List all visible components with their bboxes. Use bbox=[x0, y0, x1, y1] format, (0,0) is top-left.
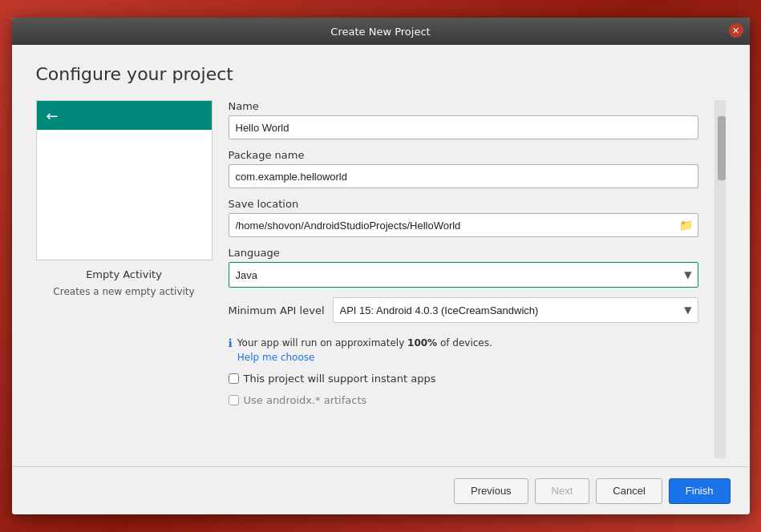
instant-apps-checkbox[interactable] bbox=[229, 373, 239, 384]
dialog-content: Configure your project ← Empty Activity … bbox=[12, 45, 750, 466]
scrollbar-thumb[interactable] bbox=[718, 116, 726, 180]
folder-icon: 📁 bbox=[679, 219, 693, 232]
right-panel: Name Package name Save location bbox=[229, 100, 698, 458]
package-label: Package name bbox=[229, 149, 698, 161]
min-api-select-wrap: API 15: Android 4.0.3 (IceCreamSandwich)… bbox=[333, 297, 698, 323]
artifacts-checkbox[interactable] bbox=[229, 395, 239, 405]
template-description: Creates a new empty activity bbox=[53, 285, 194, 299]
name-label: Name bbox=[229, 100, 698, 112]
min-api-label: Minimum API level bbox=[229, 304, 325, 316]
artifacts-row: Use androidx.* artifacts bbox=[229, 394, 698, 406]
info-icon: ℹ bbox=[229, 337, 233, 349]
template-name: Empty Activity bbox=[86, 268, 162, 280]
save-location-input[interactable] bbox=[229, 213, 698, 237]
back-arrow-icon: ← bbox=[47, 107, 59, 124]
next-button: Next bbox=[535, 478, 590, 504]
cancel-button[interactable]: Cancel bbox=[596, 478, 662, 504]
instant-apps-row: This project will support instant apps bbox=[229, 373, 698, 385]
template-preview: ← bbox=[36, 100, 213, 260]
package-field-group: Package name bbox=[229, 149, 698, 188]
language-group: Language Java Kotlin ▼ bbox=[229, 247, 698, 288]
template-selected-bar: ← bbox=[37, 101, 212, 130]
info-text-prefix: Your app will run on approximately bbox=[237, 337, 407, 349]
info-text-suffix: of devices. bbox=[437, 337, 492, 349]
name-input[interactable] bbox=[229, 115, 698, 139]
info-text-block: Your app will run on approximately 100% … bbox=[237, 336, 492, 363]
previous-button[interactable]: Previous bbox=[454, 478, 528, 504]
close-button[interactable]: ✕ bbox=[729, 23, 743, 38]
save-location-label: Save location bbox=[229, 198, 698, 210]
help-me-choose-link[interactable]: Help me choose bbox=[237, 352, 492, 363]
page-title: Configure your project bbox=[36, 64, 726, 84]
save-location-group: Save location 📁 bbox=[229, 198, 698, 237]
left-panel: ← Empty Activity Creates a new empty act… bbox=[36, 100, 213, 458]
info-row: ℹ Your app will run on approximately 100… bbox=[229, 336, 698, 363]
create-project-dialog: Create New Project ✕ Configure your proj… bbox=[12, 18, 750, 514]
language-select-wrap: Java Kotlin ▼ bbox=[229, 262, 698, 288]
package-input[interactable] bbox=[229, 164, 698, 188]
title-bar: Create New Project ✕ bbox=[12, 18, 750, 45]
min-api-select[interactable]: API 15: Android 4.0.3 (IceCreamSandwich)… bbox=[333, 297, 698, 323]
folder-browse-button[interactable]: 📁 bbox=[674, 213, 698, 237]
api-level-row: Minimum API level API 15: Android 4.0.3 … bbox=[229, 297, 698, 323]
language-select[interactable]: Java Kotlin bbox=[229, 262, 698, 288]
name-field-group: Name bbox=[229, 100, 698, 139]
scrollbar[interactable] bbox=[714, 100, 726, 458]
save-location-input-wrap: 📁 bbox=[229, 213, 698, 237]
language-label: Language bbox=[229, 247, 698, 259]
dialog-body: Configure your project ← Empty Activity … bbox=[12, 45, 750, 514]
dialog-footer: Previous Next Cancel Finish bbox=[12, 466, 750, 514]
artifacts-label: Use androidx.* artifacts bbox=[244, 394, 367, 406]
instant-apps-label: This project will support instant apps bbox=[244, 373, 436, 385]
main-area: ← Empty Activity Creates a new empty act… bbox=[36, 100, 726, 458]
finish-button[interactable]: Finish bbox=[669, 478, 731, 504]
info-percent: 100% bbox=[407, 337, 437, 349]
dialog-title: Create New Project bbox=[330, 26, 430, 38]
